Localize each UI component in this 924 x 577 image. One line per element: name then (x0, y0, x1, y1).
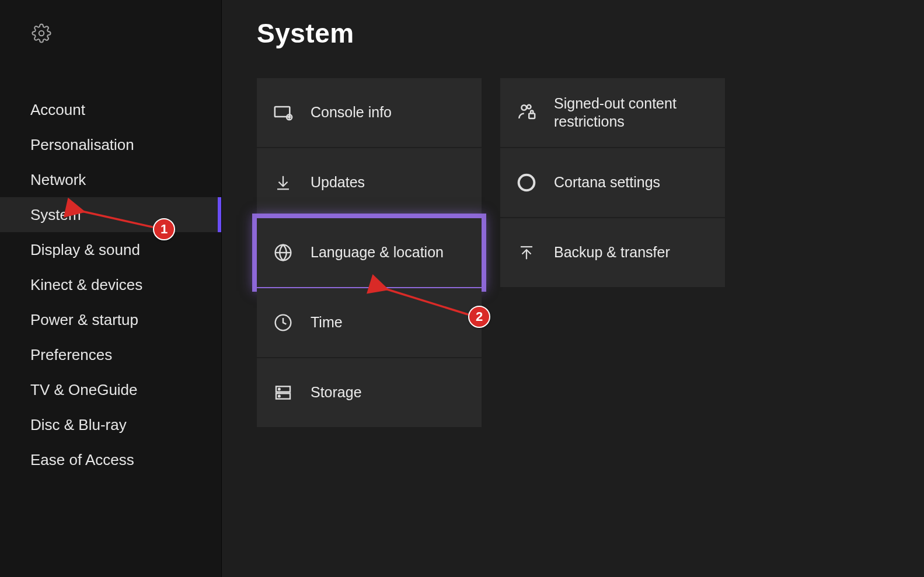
tile-time[interactable]: Time (257, 288, 482, 357)
sidebar-item-label: Disc & Blu-ray (30, 416, 127, 434)
sidebar-item-label: Power & startup (30, 311, 138, 329)
tile-label: Language & location (311, 243, 444, 261)
tile-backup-transfer[interactable]: Backup & transfer (500, 218, 725, 287)
sidebar-item-power-startup[interactable]: Power & startup (0, 302, 221, 337)
app-root: Account Personalisation Network System D… (0, 0, 924, 577)
tile-label: Signed-out content restrictions (554, 95, 709, 131)
people-lock-icon (517, 103, 536, 123)
svg-point-0 (39, 31, 44, 36)
gear-icon (32, 35, 51, 45)
svg-point-8 (278, 396, 280, 397)
tile-label: Cortana settings (554, 173, 660, 191)
sidebar-item-label: Ease of Access (30, 451, 134, 469)
sidebar-item-account[interactable]: Account (0, 92, 221, 127)
clock-icon (273, 313, 293, 333)
tile-label: Storage (311, 383, 362, 401)
sidebar-item-label: Display & sound (30, 241, 140, 259)
tile-storage[interactable]: Storage (257, 358, 482, 427)
settings-sidebar: Account Personalisation Network System D… (0, 0, 222, 577)
page-title: System (257, 18, 889, 49)
svg-point-12 (519, 175, 535, 191)
svg-rect-11 (529, 113, 535, 118)
sidebar-header (0, 23, 221, 46)
tile-label: Console info (311, 103, 392, 121)
sidebar-item-kinect-devices[interactable]: Kinect & devices (0, 267, 221, 302)
sidebar-item-label: Kinect & devices (30, 276, 142, 294)
sidebar-item-tv-oneguide[interactable]: TV & OneGuide (0, 372, 221, 407)
sidebar-item-disc-bluray[interactable]: Disc & Blu-ray (0, 407, 221, 442)
sidebar-item-ease-of-access[interactable]: Ease of Access (0, 442, 221, 477)
tile-label: Backup & transfer (554, 243, 670, 261)
tile-label: Updates (311, 173, 365, 191)
ring-icon (517, 173, 536, 193)
sidebar-item-label: TV & OneGuide (30, 381, 138, 399)
svg-point-10 (527, 105, 531, 109)
sidebar-item-system[interactable]: System (0, 197, 221, 232)
tile-updates[interactable]: Updates (257, 148, 482, 217)
download-icon (273, 173, 293, 193)
console-info-icon (273, 103, 293, 123)
sidebar-item-label: Network (30, 171, 86, 189)
sidebar-item-label: System (30, 206, 81, 224)
upload-icon (517, 243, 536, 263)
sidebar-item-network[interactable]: Network (0, 162, 221, 197)
globe-icon (273, 243, 293, 263)
tile-column-2: Signed-out content restrictions Cortana … (500, 78, 725, 428)
tile-content-restrictions[interactable]: Signed-out content restrictions (500, 78, 725, 147)
sidebar-item-personalisation[interactable]: Personalisation (0, 127, 221, 162)
tile-grid: Console info Updates Language & location (257, 78, 889, 428)
tile-cortana-settings[interactable]: Cortana settings (500, 148, 725, 217)
storage-icon (273, 383, 293, 403)
tile-column-1: Console info Updates Language & location (257, 78, 482, 428)
sidebar-item-label: Preferences (30, 346, 112, 364)
sidebar-item-preferences[interactable]: Preferences (0, 337, 221, 372)
main-panel: System Console info Updates (222, 0, 924, 577)
sidebar-item-label: Personalisation (30, 136, 134, 154)
tile-label: Time (311, 313, 343, 331)
tile-console-info[interactable]: Console info (257, 78, 482, 147)
sidebar-item-display-sound[interactable]: Display & sound (0, 232, 221, 267)
svg-point-7 (278, 389, 280, 390)
svg-point-9 (522, 105, 527, 110)
sidebar-nav: Account Personalisation Network System D… (0, 92, 221, 477)
sidebar-item-label: Account (30, 101, 85, 119)
tile-language-location[interactable]: Language & location (257, 218, 482, 287)
